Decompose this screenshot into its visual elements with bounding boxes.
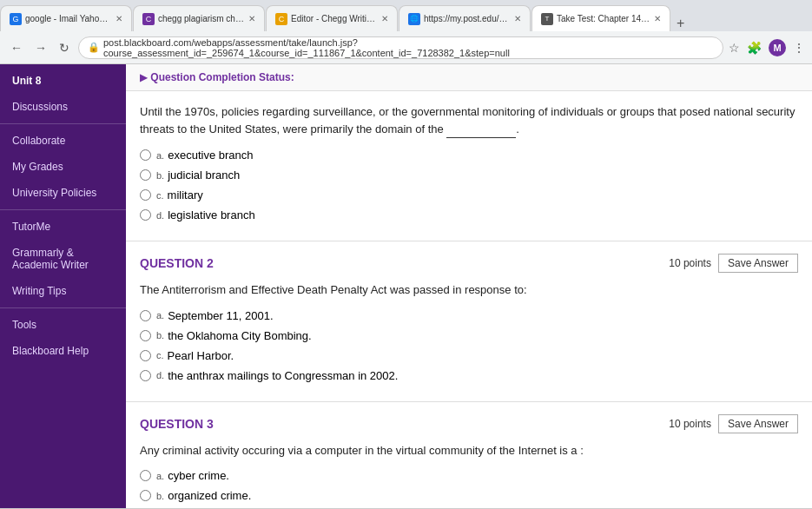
toolbar-icons: ☆ 🧩 M ⋮ <box>729 39 805 56</box>
tab-2-label: chegg plagiarism checker - Im... <box>158 14 245 23</box>
q1-letter-c: c. <box>156 190 164 201</box>
question-2-points-area: 10 points Save Answer <box>669 254 798 273</box>
q1-radio-c[interactable] <box>140 189 151 201</box>
sidebar-item-mygrades[interactable]: My Grades <box>0 154 126 180</box>
completion-label: Question Completion Status: <box>150 71 294 83</box>
tab-5-label: Take Test: Chapter 14 Quiz - C... <box>557 14 650 23</box>
sidebar-divider-1 <box>0 123 126 124</box>
completion-arrow: ▶ <box>140 71 148 83</box>
tab-5[interactable]: T Take Test: Chapter 14 Quiz - C... ✕ <box>531 5 670 31</box>
q2-letter-d: d. <box>156 370 164 380</box>
q1-radio-a[interactable] <box>140 149 151 161</box>
q2-option-d: d. the anthrax mailings to Congressman i… <box>140 369 798 382</box>
extension-icon[interactable]: 🧩 <box>747 41 762 55</box>
q1-text-a: executive branch <box>168 149 253 162</box>
question-1-block: Until the 1970s, policies regarding surv… <box>126 91 812 241</box>
q2-radio-a[interactable] <box>140 310 151 321</box>
tab-bar: G google - Imail Yahoo Search R... ✕ C c… <box>0 0 812 31</box>
q1-radio-b[interactable] <box>140 169 151 181</box>
address-bar-row: ← → ↻ 🔒 post.blackboard.com/webapps/asse… <box>0 31 812 64</box>
refresh-button[interactable]: ↻ <box>56 39 73 56</box>
question-1-options: a. executive branch b. judicial branch c… <box>140 149 798 221</box>
q3-radio-b[interactable] <box>140 490 151 501</box>
q1-option-c: c. military <box>140 188 798 202</box>
tab-4-label: https://my.post.edu/CMCPort... <box>424 14 511 23</box>
question-3-title: QUESTION 3 <box>140 417 214 431</box>
tab-3-favicon: C <box>275 13 287 25</box>
q2-text-c: Pearl Harbor. <box>168 349 234 362</box>
bookmark-icon[interactable]: ☆ <box>729 41 740 55</box>
tab-4[interactable]: 🌐 https://my.post.edu/CMCPort... ✕ <box>399 5 531 31</box>
q2-radio-b[interactable] <box>140 330 151 341</box>
sidebar-item-grammarly[interactable]: Grammarly & Academic Writer <box>0 240 126 278</box>
sidebar: Unit 8 Discussions Collaborate My Grades… <box>0 64 126 508</box>
question-2-text: The Antiterrorism and Effective Death Pe… <box>140 281 798 299</box>
q3-text-b: organized crime. <box>168 489 251 502</box>
question-2-title: QUESTION 2 <box>140 256 214 270</box>
q1-text-c: military <box>168 188 203 202</box>
tab-3[interactable]: C Editor - Chegg Writing - Plag... ✕ <box>266 5 398 31</box>
q2-text-a: September 11, 2001. <box>168 309 273 322</box>
question-2-header: QUESTION 2 10 points Save Answer <box>140 254 798 273</box>
blank-line <box>446 121 516 139</box>
sidebar-item-tools[interactable]: Tools <box>0 312 126 338</box>
q3-save-button[interactable]: Save Answer <box>718 414 798 433</box>
tab-4-favicon: 🌐 <box>408 13 420 25</box>
q2-text-d: the anthrax mailings to Congressman in 2… <box>168 369 398 382</box>
question-completion-bar: ▶ Question Completion Status: <box>126 64 812 91</box>
sidebar-item-discussions[interactable]: Discussions <box>0 94 126 120</box>
question-3-header: QUESTION 3 10 points Save Answer <box>140 414 798 433</box>
tab-2[interactable]: C chegg plagiarism checker - Im... ✕ <box>133 5 265 31</box>
q1-radio-d[interactable] <box>140 209 151 221</box>
question-2-points: 10 points <box>669 257 711 269</box>
tab-4-close[interactable]: ✕ <box>514 14 521 23</box>
tab-1-label: google - Imail Yahoo Search R... <box>25 14 112 23</box>
question-3-block: QUESTION 3 10 points Save Answer Any cri… <box>126 402 812 509</box>
sidebar-item-bbhelp[interactable]: Blackboard Help <box>0 338 126 364</box>
sidebar-item-unit8[interactable]: Unit 8 <box>0 64 126 94</box>
q1-letter-b: b. <box>156 170 164 181</box>
question-3-points: 10 points <box>669 418 711 430</box>
q2-save-button[interactable]: Save Answer <box>718 254 798 273</box>
q2-radio-d[interactable] <box>140 370 151 381</box>
q2-option-a: a. September 11, 2001. <box>140 309 798 322</box>
q1-option-a: a. executive branch <box>140 149 798 162</box>
tab-1-close[interactable]: ✕ <box>116 14 122 23</box>
sidebar-divider-2 <box>0 209 126 210</box>
question-3-points-area: 10 points Save Answer <box>669 414 798 433</box>
q1-option-b: b. judicial branch <box>140 169 798 182</box>
sidebar-item-tutorme[interactable]: TutorMe <box>0 214 126 240</box>
q2-text-b: the Oklahoma City Bombing. <box>168 329 311 342</box>
sidebar-item-writing[interactable]: Writing Tips <box>0 278 126 304</box>
address-box[interactable]: 🔒 post.blackboard.com/webapps/assessment… <box>78 36 723 59</box>
q3-option-a: a. cyber crime. <box>140 469 798 482</box>
q1-letter-a: a. <box>156 150 164 161</box>
tab-5-favicon: T <box>541 13 553 25</box>
sidebar-item-collaborate[interactable]: Collaborate <box>0 128 126 154</box>
forward-button[interactable]: → <box>31 39 50 56</box>
question-2-options: a. September 11, 2001. b. the Oklahoma C… <box>140 309 798 382</box>
q3-option-b: b. organized crime. <box>140 489 798 502</box>
q1-letter-d: d. <box>156 210 164 221</box>
tab-5-close[interactable]: ✕ <box>654 14 661 23</box>
question-1-text: Until the 1970s, policies regarding surv… <box>140 103 798 138</box>
q1-text-d: legislative branch <box>168 208 254 221</box>
main-content: ▶ Question Completion Status: Until the … <box>126 64 812 508</box>
tab-1[interactable]: G google - Imail Yahoo Search R... ✕ <box>0 5 132 31</box>
menu-icon[interactable]: ⋮ <box>793 41 805 55</box>
question-3-text: Any criminal activity occuring via a com… <box>140 442 798 459</box>
tab-3-close[interactable]: ✕ <box>381 14 388 23</box>
q1-option-d: d. legislative branch <box>140 208 798 221</box>
profile-icon[interactable]: M <box>769 39 786 56</box>
back-button[interactable]: ← <box>7 39 26 56</box>
tab-2-close[interactable]: ✕ <box>248 14 255 23</box>
new-tab-button[interactable]: + <box>671 16 690 31</box>
sidebar-item-unipolicies[interactable]: University Policies <box>0 180 126 206</box>
address-text: post.blackboard.com/webapps/assessment/t… <box>103 37 714 58</box>
q2-radio-c[interactable] <box>140 350 151 361</box>
q3-letter-b: b. <box>156 491 164 501</box>
tab-2-favicon: C <box>142 13 155 25</box>
q3-radio-a[interactable] <box>140 470 151 481</box>
q3-text-a: cyber crime. <box>168 469 229 482</box>
question-3-options: a. cyber crime. b. organized crime. c. p… <box>140 469 798 508</box>
